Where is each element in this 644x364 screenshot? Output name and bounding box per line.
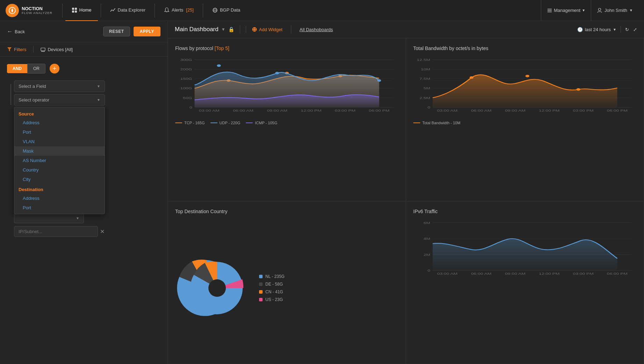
user-menu[interactable]: John Smith ▼	[591, 0, 638, 21]
bandwidth-chart-svg: 12.5M 10M 7.5M 5M 2.5M 0 03:00 AM 06:00 …	[413, 57, 637, 116]
svg-text:06:00 PM: 06:00 PM	[607, 109, 628, 112]
pie-container: NL - 235G DE - 58G CN - 41G US - 23	[175, 220, 399, 357]
dropdown-item-address-dst[interactable]: Address	[14, 194, 105, 203]
nav-alerts-badge: [25]	[186, 7, 194, 13]
pie-legend-de: DE - 58G	[259, 282, 285, 287]
all-dashboards-button[interactable]: All Dashoboards	[300, 27, 333, 32]
left-panel: ← Back RESET APPLY Filters Devices [All]…	[0, 21, 168, 364]
select-operator-chevron: ▼	[97, 98, 100, 102]
refresh-button[interactable]: ↻	[625, 27, 629, 32]
svg-text:4M: 4M	[423, 237, 430, 240]
svg-text:50G: 50G	[183, 96, 192, 99]
svg-text:6M: 6M	[423, 221, 430, 224]
chart-flows-highlight: [Top 5]	[215, 46, 229, 51]
dropdown-item-port-dst[interactable]: Port	[14, 203, 105, 212]
action-buttons: RESET APPLY	[103, 27, 160, 36]
svg-point-59	[470, 76, 473, 79]
ip-input-close[interactable]: ✕	[100, 228, 105, 235]
bell-icon	[164, 7, 170, 13]
time-divider	[621, 26, 621, 33]
dropdown-item-mask[interactable]: Mask	[14, 146, 105, 156]
source-destination-dropdown: Source Address Port VLAN Mask AS Number …	[14, 107, 105, 214]
dropdown-item-as-number[interactable]: AS Number	[14, 156, 105, 165]
svg-text:0: 0	[189, 106, 192, 109]
chart-destination-title: Top Destination Country	[175, 209, 399, 214]
select-field-row: Select a Field ▼	[14, 80, 160, 92]
svg-rect-1	[72, 8, 74, 10]
reset-button[interactable]: RESET	[103, 27, 130, 36]
time-selector[interactable]: 🕐 last 24 hours ▼	[577, 27, 616, 32]
svg-rect-4	[75, 10, 77, 13]
devices-icon	[41, 47, 45, 52]
logo-subtitle: FLOW ANALYZER	[22, 11, 52, 15]
svg-text:12:00 PM: 12:00 PM	[301, 109, 321, 112]
filter-group-container: Select a Field ▼ Select operator ▼ Sourc…	[7, 80, 160, 240]
filters-tab[interactable]: Filters	[7, 47, 26, 52]
add-widget-button[interactable]: ⊕ Add Widget	[246, 26, 282, 33]
dropdown-item-vlan[interactable]: VLAN	[14, 137, 105, 146]
chart-destination: Top Destination Country	[168, 201, 406, 364]
header-divider-1	[240, 25, 240, 34]
right-content: Main Dashboard ▼ 🔒 ⊕ Add Widget All Dash…	[168, 21, 644, 364]
filter-group: Select a Field ▼ Select operator ▼ Sourc…	[14, 80, 160, 240]
dashboard-title-area[interactable]: Main Dashboard ▼ 🔒	[175, 26, 234, 33]
dropdown-item-port-src[interactable]: Port	[14, 127, 105, 137]
legend-tcp: TCP - 165G	[175, 121, 205, 125]
svg-text:0: 0	[428, 269, 430, 272]
back-button[interactable]: ← Back	[7, 28, 25, 35]
svg-text:2.5M: 2.5M	[420, 96, 430, 99]
svg-text:09:00 AM: 09:00 AM	[267, 109, 287, 112]
svg-point-60	[525, 75, 529, 77]
nav-item-data-explorer[interactable]: Data Explorer	[104, 0, 152, 21]
nav-item-home[interactable]: Home	[65, 0, 98, 21]
apply-button[interactable]: APPLY	[134, 27, 160, 36]
clock-icon: 🕐	[577, 27, 583, 32]
svg-point-11	[599, 8, 601, 10]
dropdown-item-city-src[interactable]: City	[14, 175, 105, 184]
or-button[interactable]: OR	[27, 64, 45, 74]
svg-text:09:00 AM: 09:00 AM	[505, 272, 525, 275]
svg-text:100G: 100G	[180, 87, 192, 90]
add-filter-button[interactable]: +	[50, 64, 59, 74]
nav-item-alerts[interactable]: Alerts [25]	[158, 0, 200, 21]
management-menu[interactable]: Management ▼	[541, 0, 591, 21]
svg-text:06:00 AM: 06:00 AM	[233, 109, 253, 112]
svg-text:06:00 PM: 06:00 PM	[369, 109, 389, 112]
chart-grid: Flows by protocol [Top 5] 300G 200G	[168, 38, 644, 364]
chart-flows-title: Flows by protocol [Top 5]	[175, 46, 399, 51]
filter-row4-field[interactable]: ▼	[14, 213, 84, 223]
svg-point-40	[377, 79, 381, 82]
select-operator-dropdown[interactable]: Select operator ▼	[14, 94, 105, 106]
chart-line-icon	[110, 7, 116, 13]
plus-icon: ⊕	[252, 26, 257, 33]
and-button[interactable]: AND	[7, 64, 27, 73]
chart-ipv6-area: 6M 4M 2M 0 03:00 AM 06:00 AM 09:00 AM 12…	[413, 220, 637, 357]
nav-item-bgp[interactable]: BGP Data	[206, 0, 246, 21]
nav-bgp-label: BGP Data	[220, 7, 240, 13]
select-field-dropdown[interactable]: Select a Field ▼	[14, 80, 105, 92]
ip-subnet-input[interactable]	[14, 226, 98, 237]
dashboard-right-controls: 🕐 last 24 hours ▼ ↻ ⤢	[577, 26, 637, 33]
pie-legend: NL - 235G DE - 58G CN - 41G US - 23	[259, 274, 285, 302]
svg-rect-2	[75, 8, 77, 10]
svg-text:03:00 PM: 03:00 PM	[335, 109, 355, 112]
nav-divider-2	[101, 4, 101, 18]
filter-icon	[7, 47, 12, 52]
legend-udp: UDP - 220G	[210, 121, 241, 125]
svg-text:7.5M: 7.5M	[420, 77, 430, 80]
external-link-button[interactable]: ⤢	[633, 27, 637, 32]
dropdown-item-country-src[interactable]: Country	[14, 165, 105, 175]
user-label: John Smith	[604, 8, 627, 13]
add-widget-label: Add Widget	[259, 27, 282, 32]
legend-icmp: ICMP - 105G	[246, 121, 277, 125]
legend-total-bw: Total Bandwidth - 10M	[413, 121, 460, 125]
svg-text:06:00 AM: 06:00 AM	[471, 272, 492, 275]
svg-text:12:00 PM: 12:00 PM	[539, 272, 559, 275]
lock-icon: 🔒	[228, 27, 234, 32]
user-chevron: ▼	[629, 8, 633, 12]
nav-divider-3	[155, 4, 155, 18]
devices-tab[interactable]: Devices [All]	[41, 47, 73, 52]
dropdown-item-address-src[interactable]: Address	[14, 118, 105, 127]
time-label: last 24 hours	[585, 27, 611, 32]
grid-icon	[72, 7, 77, 13]
